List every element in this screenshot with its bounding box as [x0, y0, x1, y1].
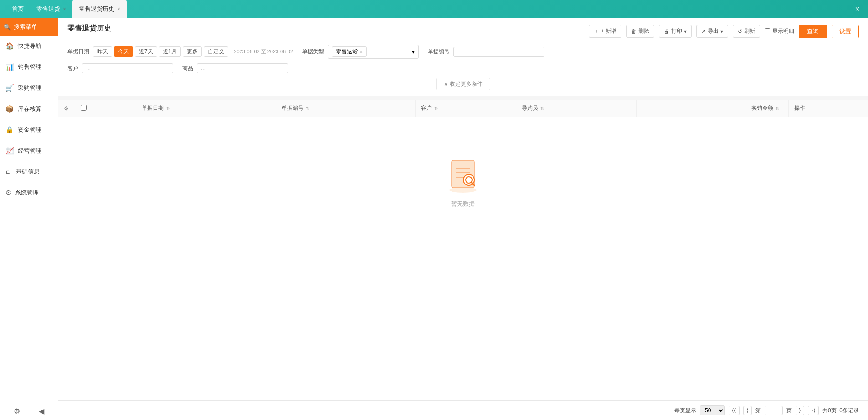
date-btn-more[interactable]: 更多 [183, 46, 202, 57]
sidebar-item-finance-label: 资金管理 [18, 126, 41, 134]
sidebar-search[interactable]: 🔍 搜索菜单 [0, 18, 58, 36]
docnum-input[interactable] [453, 47, 544, 57]
per-page-select[interactable]: 20 50 100 [700, 405, 725, 415]
add-button[interactable]: ＋ + 新增 [589, 25, 621, 38]
date-btn-1month[interactable]: 近1月 [159, 46, 181, 57]
sidebar-item-finance[interactable]: 🔒 资金管理 [0, 119, 58, 140]
tab-retail-return-close[interactable]: × [63, 6, 66, 12]
date-buttons: 昨天 今天 近7天 近1月 更多 自定义 [93, 46, 228, 57]
sidebar-item-inventory-label: 库存核算 [18, 105, 41, 113]
display-detail-label: 显示明细 [772, 27, 794, 35]
filter-doctype-section: 单据类型 零售退货 × ▾ [302, 45, 419, 59]
refresh-button[interactable]: ↺ 刷新 [733, 25, 760, 38]
tab-retail-return-history-close[interactable]: × [117, 6, 120, 12]
tab-retail-return-history[interactable]: 零售退货历史 × [72, 0, 127, 18]
svg-point-0 [449, 187, 477, 193]
sidebar-item-purchase[interactable]: 🛒 采购管理 [0, 77, 58, 98]
table-col-customer: 客户 ⇅ [415, 100, 516, 117]
sidebar-item-system-label: 系统管理 [15, 189, 39, 197]
date-btn-today[interactable]: 今天 [114, 46, 133, 57]
sidebar-item-sales[interactable]: 📊 销售管理 [0, 56, 58, 77]
filter-row-1: 单据日期 昨天 今天 近7天 近1月 更多 自定义 2023-06-02 至 2… [67, 45, 859, 59]
date-btn-7days[interactable]: 近7天 [135, 46, 157, 57]
export-label: 导出 [708, 27, 719, 35]
delete-icon: 🗑 [631, 28, 637, 35]
collapse-filter-button[interactable]: ∧ 收起更多条件 [436, 78, 490, 90]
customer-sort-icon[interactable]: ⇅ [434, 106, 438, 111]
content-area: 零售退货历史 ＋ + 新增 🗑 删除 🖨 打印 ▾ ↗ 导出 [58, 18, 868, 420]
operations-icon: 📈 [5, 147, 14, 155]
filter-goods-section: 商品 [182, 63, 288, 73]
refresh-label: 刷新 [744, 27, 755, 35]
number-sort-icon[interactable]: ⇅ [306, 106, 309, 111]
delete-label: 删除 [638, 27, 649, 35]
sidebar: 🔍 搜索菜单 🏠 快捷导航 📊 销售管理 🛒 采购管理 📦 库存核算 🔒 资金管… [0, 18, 58, 420]
page-last-button[interactable]: ⟩⟩ [808, 406, 819, 415]
filter-docnum-section: 单据编号 [428, 47, 544, 57]
doctype-select[interactable]: 零售退货 × ▾ [328, 45, 419, 59]
tab-home[interactable]: 首页 [5, 0, 30, 18]
date-sort-icon[interactable]: ⇅ [166, 106, 170, 111]
finance-icon: 🔒 [5, 126, 14, 134]
table-col-action: 操作 [789, 100, 868, 117]
search-icon: 🔍 [4, 24, 11, 31]
goods-input[interactable] [197, 63, 288, 73]
display-detail-toggle: 显示明细 [765, 27, 794, 35]
date-btn-yesterday[interactable]: 昨天 [93, 46, 112, 57]
query-button[interactable]: 查询 [799, 25, 827, 38]
sidebar-item-home[interactable]: 🏠 快捷导航 [0, 36, 58, 56]
page-label: 第 [755, 407, 761, 415]
date-btn-custom[interactable]: 自定义 [204, 46, 228, 57]
table-select-all-checkbox[interactable] [81, 105, 87, 111]
tab-retail-return-history-label: 零售退货历史 [79, 5, 114, 13]
page-label-suffix: 页 [786, 407, 792, 415]
collapse-icon: ∧ [444, 81, 448, 87]
per-page-label: 每页显示 [674, 407, 696, 415]
table-empty-cell: 暂无数据 [58, 117, 868, 245]
export-chevron-icon: ▾ [720, 28, 723, 35]
table-col-amount: 实销金额 ⇅ [636, 100, 789, 117]
sidebar-item-operations[interactable]: 📈 经营管理 [0, 140, 58, 161]
page-number-input[interactable]: 1 [765, 406, 783, 415]
customer-input[interactable] [82, 63, 173, 73]
sidebar-item-inventory[interactable]: 📦 库存核算 [0, 98, 58, 119]
display-detail-checkbox[interactable] [765, 28, 770, 34]
date-range-display: 2023-06-02 至 2023-06-02 [234, 48, 293, 55]
page-prev-button[interactable]: ⟨ [743, 406, 752, 415]
empty-text: 暂无数据 [451, 200, 475, 208]
empty-illustration [442, 154, 483, 195]
goods-filter-label: 商品 [182, 65, 193, 72]
page-title: 零售退货历史 [67, 24, 111, 39]
basic-info-icon: 🗂 [5, 168, 12, 176]
add-label: + 新增 [601, 27, 616, 35]
tab-retail-return[interactable]: 零售退货 × [30, 0, 72, 18]
collapse-sidebar-button[interactable]: ◀ [39, 407, 44, 415]
print-button[interactable]: 🖨 打印 ▾ [659, 25, 692, 38]
table-col-number: 单据编号 ⇅ [276, 100, 415, 117]
print-label: 打印 [671, 27, 682, 35]
table-col-settings: ⚙ [58, 100, 75, 117]
page-first-button[interactable]: ⟨⟨ [729, 406, 740, 415]
table-col-checkbox [75, 100, 136, 117]
sales-icon: 📊 [5, 63, 14, 71]
page-header: 零售退货历史 ＋ + 新增 🗑 删除 🖨 打印 ▾ ↗ 导出 [58, 18, 868, 39]
sidebar-item-basic-info[interactable]: 🗂 基础信息 [0, 161, 58, 182]
table-settings-icon[interactable]: ⚙ [64, 105, 69, 112]
sidebar-item-system[interactable]: ⚙ 系统管理 [0, 182, 58, 203]
export-button[interactable]: ↗ 导出 ▾ [696, 25, 728, 38]
settings-footer-button[interactable]: ⚙ [14, 407, 20, 415]
date-filter-label: 单据日期 [67, 48, 89, 56]
doctype-tag-remove[interactable]: × [360, 49, 363, 55]
table-header: ⚙ 单据日期 ⇅ 单据编号 ⇅ [58, 100, 868, 117]
amount-sort-icon[interactable]: ⇅ [776, 106, 779, 111]
sidebar-search-label: 搜索菜单 [14, 23, 37, 31]
table-col-guide: 导购员 ⇅ [516, 100, 636, 117]
customer-filter-label: 客户 [67, 65, 78, 72]
page-next-button[interactable]: ⟩ [796, 406, 804, 415]
print-icon: 🖨 [664, 28, 669, 35]
setting-button[interactable]: 设置 [832, 25, 859, 38]
delete-button[interactable]: 🗑 删除 [626, 25, 654, 38]
window-close-button[interactable]: × [852, 5, 863, 14]
guide-sort-icon[interactable]: ⇅ [540, 106, 544, 111]
top-bar: 首页 零售退货 × 零售退货历史 × × [0, 0, 868, 18]
